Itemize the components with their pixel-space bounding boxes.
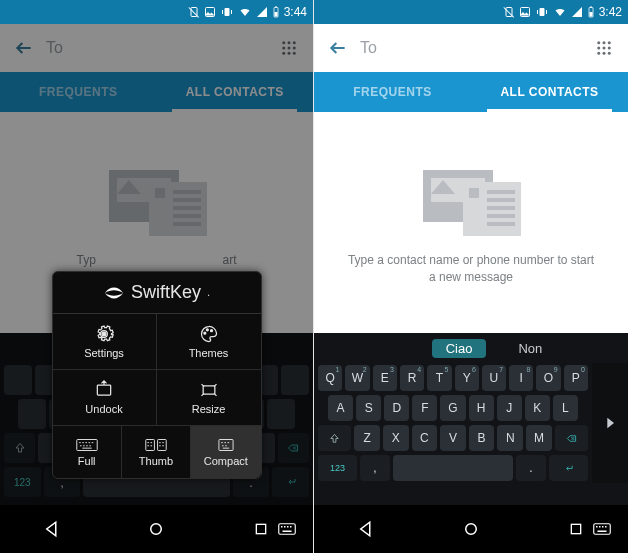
nav-home[interactable] (451, 509, 491, 549)
nav-home[interactable] (136, 509, 176, 549)
backspace-key[interactable] (555, 425, 588, 451)
nav-back[interactable] (32, 509, 72, 549)
key-c[interactable]: C (412, 425, 438, 451)
svg-rect-37 (589, 12, 592, 17)
tab-all-contacts[interactable]: ALL CONTACTS (471, 72, 628, 112)
svg-rect-51 (596, 526, 598, 528)
svg-point-17 (206, 329, 208, 331)
svg-rect-31 (290, 526, 292, 528)
key-h[interactable]: H (469, 395, 494, 421)
svg-rect-54 (605, 526, 607, 528)
key-y[interactable]: Y6 (455, 365, 479, 391)
svg-rect-52 (599, 526, 601, 528)
key-w[interactable]: W2 (345, 365, 369, 391)
svg-point-46 (603, 52, 606, 55)
key-e[interactable]: E3 (373, 365, 397, 391)
app-bar: To (314, 24, 628, 72)
battery-icon (272, 6, 280, 18)
key-n[interactable]: N (497, 425, 523, 451)
picture-icon (204, 6, 216, 18)
comma-key[interactable]: , (360, 455, 390, 481)
period-key[interactable]: . (516, 455, 546, 481)
key-z[interactable]: Z (354, 425, 380, 451)
svg-point-47 (608, 52, 611, 55)
empty-hint: Type a contact name or phone number to s… (314, 252, 628, 286)
status-time: 3:44 (284, 5, 307, 19)
navigation-bar (0, 505, 313, 553)
key-f[interactable]: F (412, 395, 437, 421)
svg-rect-32 (283, 531, 292, 533)
suggestion[interactable]: Non (504, 339, 556, 358)
navigation-bar (314, 505, 628, 553)
svg-rect-22 (146, 439, 155, 450)
key-q[interactable]: Q1 (318, 365, 342, 391)
undock-icon (94, 380, 114, 400)
popup-thumb[interactable]: Thumb (122, 426, 191, 478)
key-a[interactable]: A (328, 395, 353, 421)
svg-point-18 (210, 330, 212, 332)
chevron-right-icon (602, 415, 618, 431)
picture-icon (519, 6, 531, 18)
key-s[interactable]: S (356, 395, 381, 421)
svg-point-45 (597, 52, 600, 55)
swiftkey-popup: SwiftKey. Settings Themes Undock Resize (52, 271, 262, 479)
svg-point-48 (466, 524, 477, 535)
keyboard[interactable]: Ciao Non Q1W2E3R4T5Y6U7I8O9P0 ASDFGHJKL … (314, 333, 628, 505)
svg-rect-53 (602, 526, 604, 528)
key-g[interactable]: G (440, 395, 465, 421)
key-j[interactable]: J (497, 395, 522, 421)
no-sim-icon (188, 6, 200, 18)
gear-icon (94, 324, 114, 344)
svg-rect-26 (256, 524, 265, 533)
popup-settings[interactable]: Settings (53, 314, 157, 370)
svg-point-40 (603, 41, 606, 44)
svg-rect-30 (287, 526, 289, 528)
numeric-key[interactable]: 123 (318, 455, 357, 481)
back-button[interactable] (322, 38, 354, 58)
svg-rect-55 (598, 531, 607, 533)
suggestion[interactable] (386, 346, 414, 350)
status-bar: 3:44 (0, 0, 313, 24)
tab-frequents[interactable]: FREQUENTS (314, 72, 471, 112)
nav-back[interactable] (346, 509, 386, 549)
shift-key[interactable] (318, 425, 351, 451)
key-l[interactable]: L (553, 395, 578, 421)
enter-key[interactable] (549, 455, 588, 481)
svg-rect-5 (275, 7, 277, 8)
key-u[interactable]: U7 (482, 365, 506, 391)
space-key[interactable] (393, 455, 513, 481)
popup-themes[interactable]: Themes (157, 314, 261, 370)
key-v[interactable]: V (440, 425, 466, 451)
popup-undock[interactable]: Undock (53, 370, 157, 426)
battery-icon (587, 6, 595, 18)
key-b[interactable]: B (469, 425, 495, 451)
key-m[interactable]: M (526, 425, 552, 451)
svg-rect-21 (76, 439, 96, 450)
popup-compact[interactable]: Compact (191, 426, 260, 478)
svg-point-16 (203, 332, 205, 334)
key-o[interactable]: O9 (536, 365, 560, 391)
compact-arrow[interactable] (592, 363, 628, 483)
popup-full[interactable]: Full (53, 426, 122, 478)
key-r[interactable]: R4 (400, 365, 424, 391)
wifi-icon (238, 6, 252, 18)
key-d[interactable]: D (384, 395, 409, 421)
suggestion-highlighted[interactable]: Ciao (432, 339, 487, 358)
dialpad-icon[interactable] (588, 39, 620, 57)
no-sim-icon (503, 6, 515, 18)
resize-icon (199, 380, 219, 400)
key-t[interactable]: T5 (427, 365, 451, 391)
key-k[interactable]: K (525, 395, 550, 421)
status-bar: 3:42 (314, 0, 628, 24)
popup-resize[interactable]: Resize (157, 370, 261, 426)
nav-keyboard-icon[interactable] (267, 509, 307, 549)
palette-icon (199, 324, 219, 344)
svg-rect-24 (219, 439, 233, 450)
svg-rect-29 (284, 526, 286, 528)
nav-keyboard-icon[interactable] (582, 509, 622, 549)
key-x[interactable]: X (383, 425, 409, 451)
to-field[interactable]: To (354, 39, 588, 57)
key-i[interactable]: I8 (509, 365, 533, 391)
left-screenshot: 3:44 To FREQUENTS ALL CONTACTS Typ art (0, 0, 314, 553)
key-p[interactable]: P0 (564, 365, 588, 391)
